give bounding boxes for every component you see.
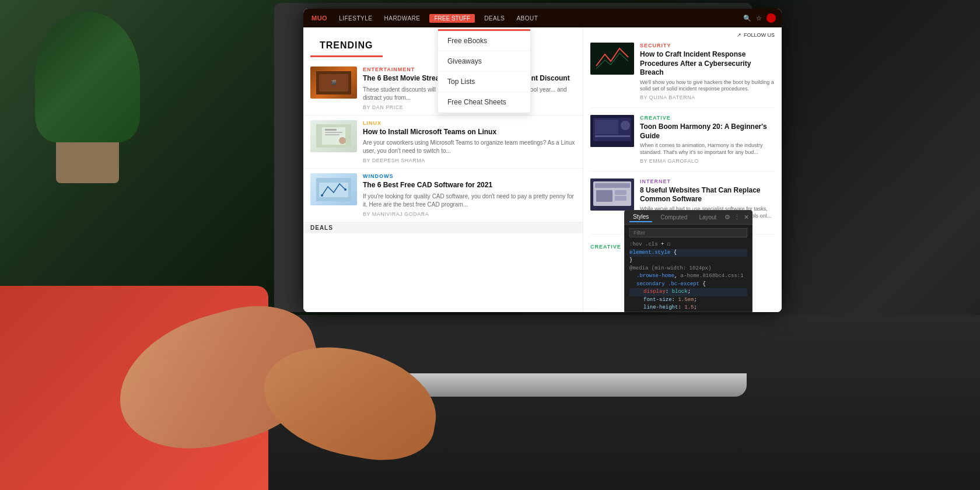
right-article-security: SECURITY How to Craft Incident Response … (590, 43, 775, 108)
avatar-icon[interactable] (766, 13, 776, 23)
article-title-2[interactable]: How to Install Microsoft Teams on Linux (363, 128, 576, 137)
bookmark-icon[interactable]: ☆ (756, 15, 762, 22)
devtools-body: :hov .cls + ◻ element.style { } @media (… (625, 225, 752, 312)
svg-point-11 (321, 194, 323, 197)
article-item: WINDOWS The 6 Best Free CAD Software for… (303, 169, 583, 222)
devtools-tab-computed[interactable]: Computed (657, 213, 691, 222)
code-line-element: element.style { (629, 249, 747, 257)
devtools-settings-icon[interactable]: ⚙ (724, 214, 730, 221)
deals-bar: DEALS (303, 222, 583, 233)
devtools-tab-styles[interactable]: Styles (629, 212, 652, 222)
devtools-close-icon[interactable]: ✕ (744, 214, 749, 221)
article-item: LINUX How to Install Microsoft Teams on … (303, 116, 583, 169)
right-thumb-security (590, 43, 634, 75)
devtools-tab-layout[interactable]: Layout (695, 213, 720, 222)
nav-hardware[interactable]: HARDWARE (382, 14, 422, 23)
svg-rect-24 (615, 196, 626, 201)
article-thumb-linux (310, 120, 357, 152)
right-thumb-websites (590, 178, 634, 211)
right-article-creative: CREATIVE Toon Boom Harmony 20: A Beginne… (590, 115, 775, 172)
devtools-header: Styles Computed Layout ⚙ ⋮ ✕ ⬜ (625, 211, 752, 225)
right-excerpt-creative: When it comes to animation, Harmony is t… (640, 142, 775, 156)
code-line-fontsize: font-size: 1.5em; (629, 296, 747, 304)
right-category-internet: INTERNET (640, 178, 775, 184)
svg-rect-6 (325, 132, 342, 133)
navbar: MUO LIFESTYLE HARDWARE FREE STUFF DEALS … (303, 9, 782, 27)
right-author-creative: BY EMMA GAROFALO (640, 158, 775, 164)
thumb-security-img (590, 43, 634, 75)
thumb-movie-img: 🎬 (310, 66, 357, 99)
svg-rect-16 (595, 120, 618, 134)
svg-rect-5 (325, 129, 337, 131)
nav-about[interactable]: ABOUT (514, 14, 540, 23)
code-line-browse-home: .browse-home, a-home.8168bc4.css:1 (629, 272, 747, 281)
svg-point-12 (344, 188, 346, 191)
article-thumb-movie: 🎬 (310, 66, 357, 99)
right-title-internet[interactable]: 8 Useful Websites That Can Replace Commo… (640, 186, 775, 204)
code-line-hover: :hov .cls + ◻ (629, 241, 747, 249)
dropdown-item-top-lists[interactable]: Top Lists (438, 72, 530, 92)
svg-rect-23 (615, 190, 626, 195)
trending-header: TRENDING (310, 33, 383, 57)
nav-lifestyle[interactable]: LIFESTYLE (337, 14, 374, 23)
plant-decoration (35, 12, 140, 175)
dropdown-item-free-cheat-sheets[interactable]: Free Cheat Sheets (438, 92, 530, 113)
devtools-panel: Styles Computed Layout ⚙ ⋮ ✕ ⬜ :hov .cls… (624, 210, 752, 312)
laptop-screen: MUO LIFESTYLE HARDWARE FREE STUFF DEALS … (303, 9, 782, 312)
article-category-2: LINUX (363, 120, 576, 126)
article-author-2: BY DEEPESH SHARMA (363, 158, 576, 163)
article-info-2: LINUX How to Install Microsoft Teams on … (363, 120, 576, 164)
share-icon: ↗ (737, 32, 741, 38)
plant-pot (56, 142, 119, 183)
nav-left: MUO LIFESTYLE HARDWARE FREE STUFF DEALS … (309, 13, 540, 23)
svg-rect-7 (325, 134, 340, 135)
svg-rect-21 (595, 183, 630, 188)
follow-us[interactable]: ↗ FOLLOW US (737, 32, 775, 38)
thumb-websites-img (590, 178, 634, 211)
search-icon[interactable]: 🔍 (743, 15, 751, 22)
svg-text:🎬: 🎬 (331, 79, 337, 85)
nav-right: 🔍 ☆ (743, 13, 776, 23)
dropdown-item-free-ebooks[interactable]: Free eBooks (438, 31, 530, 51)
plant-leaves (35, 12, 140, 142)
svg-rect-10 (319, 183, 348, 197)
svg-point-17 (621, 121, 630, 130)
article-info-3: WINDOWS The 6 Best Free CAD Software for… (363, 173, 576, 217)
article-excerpt-3: If you're looking for quality CAD softwa… (363, 192, 576, 209)
article-excerpt-2: Are your coworkers using Microsoft Teams… (363, 139, 576, 155)
thumb-cad-img (310, 173, 357, 205)
code-line-media: @media (min-width: 1024px) (629, 265, 747, 273)
logo[interactable]: MUO (309, 13, 330, 23)
devtools-filter-input[interactable] (629, 228, 747, 237)
svg-rect-22 (596, 190, 612, 202)
nav-deals[interactable]: DEALS (482, 14, 507, 23)
devtools-icons: ⚙ ⋮ ✕ ⬜ (724, 214, 752, 221)
code-line-secondary: secondary .bc-except { (629, 281, 747, 289)
devtools-more-icon[interactable]: ⋮ (734, 214, 740, 221)
right-info-security: SECURITY How to Craft Incident Response … (640, 43, 775, 100)
svg-rect-18 (595, 135, 630, 137)
article-author-3: BY MANIVIRAJ GODARA (363, 211, 576, 217)
right-info-creative: CREATIVE Toon Boom Harmony 20: A Beginne… (640, 115, 775, 164)
dropdown-menu: Free eBooks Giveaways Top Lists Free Che… (438, 27, 531, 113)
article-title-3[interactable]: The 6 Best Free CAD Software for 2021 (363, 181, 576, 190)
laptop-lid: MUO LIFESTYLE HARDWARE FREE STUFF DEALS … (274, 3, 752, 312)
thumb-animation-img (590, 115, 634, 147)
right-category-security: SECURITY (640, 43, 775, 48)
right-excerpt-security: We'll show you how to give hackers the b… (640, 79, 775, 93)
right-author-security: BY QUINA BATERNA (640, 94, 775, 100)
code-line-close1: } (629, 257, 747, 265)
right-title-creative[interactable]: Toon Boom Harmony 20: A Beginner's Guide (640, 123, 775, 141)
article-thumb-cad (310, 173, 357, 205)
svg-point-8 (339, 137, 346, 144)
code-line-display: display: block; (629, 288, 747, 296)
code-line-lineheight: line-height: 1.5; (629, 304, 747, 312)
nav-free-stuff[interactable]: FREE STUFF (429, 14, 475, 23)
dropdown-item-giveaways[interactable]: Giveaways (438, 51, 530, 72)
thumb-linux-img (310, 120, 357, 152)
article-category-3: WINDOWS (363, 173, 576, 179)
right-title-security[interactable]: How to Craft Incident Response Procedure… (640, 50, 775, 78)
right-category-creative: CREATIVE (640, 115, 775, 121)
right-thumb-animation (590, 115, 634, 147)
